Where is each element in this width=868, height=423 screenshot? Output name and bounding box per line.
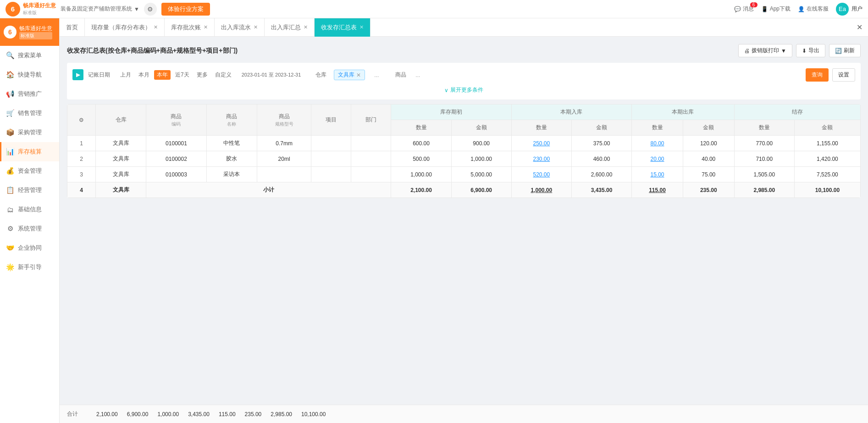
tab-inout-summary[interactable]: 出入库汇总 ✕ bbox=[265, 18, 315, 37]
sidebar-item-label-system: 系统管理 bbox=[18, 225, 42, 233]
settings-button[interactable]: ⚙ bbox=[144, 3, 157, 16]
warehouse-dots[interactable]: ... bbox=[372, 72, 381, 78]
user-area[interactable]: Ea 用户 bbox=[836, 3, 862, 16]
row-out-qty[interactable]: 15.00 bbox=[632, 167, 683, 182]
row-closing-qty: 710.00 bbox=[734, 151, 794, 167]
footer-in-qty: 1,000.00 bbox=[157, 411, 179, 418]
row-in-qty[interactable]: 250.00 bbox=[511, 136, 571, 151]
th-settings[interactable]: ⚙ bbox=[67, 104, 96, 136]
service-icon: 👤 bbox=[798, 6, 805, 12]
sidebar-item-operation[interactable]: 📋 经营管理 bbox=[0, 181, 59, 200]
row-project bbox=[311, 151, 351, 167]
sidebar-item-label-inventory: 库存核算 bbox=[18, 148, 42, 156]
tab-recv-send[interactable]: 收发存汇总表 ✕ bbox=[315, 18, 370, 37]
footer-in-amt: 3,435.00 bbox=[188, 411, 210, 418]
tab-batch-account[interactable]: 库存批次账 ✕ bbox=[165, 18, 215, 37]
finance-icon: 💰 bbox=[6, 167, 14, 175]
sidebar-item-label-purchase: 采购管理 bbox=[18, 128, 42, 137]
th-product-code: 商品编码 bbox=[146, 104, 206, 136]
sidebar-item-marketing[interactable]: 📢 营销推广 bbox=[0, 84, 59, 104]
tab-bar-close[interactable]: ✕ bbox=[851, 23, 868, 32]
sidebar-item-search[interactable]: 🔍 搜索菜单 bbox=[0, 46, 59, 65]
sidebar: 6 畅库通好生意 标准版 🔍 搜索菜单 🏠 快捷导航 📢 营销推广 🛒 销售 bbox=[0, 18, 60, 423]
tab-inout-flow-close[interactable]: ✕ bbox=[254, 24, 258, 30]
app-download-button[interactable]: 📱 App下载 bbox=[761, 5, 791, 13]
tab-batch-account-close[interactable]: ✕ bbox=[204, 24, 208, 30]
sidebar-item-system[interactable]: ⚙ 系统管理 bbox=[0, 219, 59, 238]
th-closing: 结存 bbox=[734, 104, 860, 120]
date-shortcut-7days[interactable]: 近7天 bbox=[172, 70, 192, 80]
sidebar-item-sales[interactable]: 🛒 销售管理 bbox=[0, 104, 59, 123]
print-icon: 🖨 bbox=[744, 48, 750, 54]
product-dots[interactable]: ... bbox=[414, 72, 422, 78]
tab-home-label: 首页 bbox=[66, 23, 78, 32]
subtotal-warehouse: 文具库 bbox=[95, 182, 146, 198]
subtotal-label: 小计 bbox=[146, 182, 391, 198]
tab-inout-flow[interactable]: 出入库流水 ✕ bbox=[215, 18, 265, 37]
warehouse-tag-remove[interactable]: ✕ bbox=[356, 72, 361, 78]
print-button[interactable]: 🖨 拨销版打印 ▼ bbox=[738, 44, 792, 57]
brand-name: 畅库通好生意 bbox=[23, 2, 56, 10]
tab-inout-summary-close[interactable]: ✕ bbox=[304, 24, 308, 30]
row-closing-qty: 770.00 bbox=[734, 136, 794, 151]
home-icon: 🏠 bbox=[6, 71, 14, 79]
sales-icon: 🛒 bbox=[6, 109, 14, 117]
sidebar-item-label-search: 搜索菜单 bbox=[18, 51, 42, 60]
sidebar-item-finance[interactable]: 💰 资金管理 bbox=[0, 161, 59, 181]
date-shortcut-custom[interactable]: 自定义 bbox=[212, 70, 234, 80]
query-button[interactable]: 查询 bbox=[806, 68, 829, 82]
row-num: 1 bbox=[67, 136, 96, 151]
sidebar-item-quick-nav[interactable]: 🏠 快捷导航 bbox=[0, 65, 59, 84]
online-service-button[interactable]: 👤 在线客服 bbox=[798, 5, 829, 13]
th-opening: 库存期初 bbox=[391, 104, 511, 120]
th-period-out: 本期出库 bbox=[632, 104, 735, 120]
row-in-qty[interactable]: 230.00 bbox=[511, 151, 571, 167]
table-settings-icon[interactable]: ⚙ bbox=[79, 117, 84, 123]
sidebar-item-guide[interactable]: 🌟 新手引导 bbox=[0, 258, 59, 277]
th-product-spec: 商品规格型号 bbox=[257, 104, 311, 136]
sidebar-item-basic-info[interactable]: 🗂 基础信息 bbox=[0, 200, 59, 219]
tab-stock-dist[interactable]: 现存量（库存分布表） ✕ bbox=[85, 18, 165, 37]
brand-badge: 标准版 bbox=[23, 10, 56, 16]
row-out-qty[interactable]: 20.00 bbox=[632, 151, 683, 167]
refresh-button[interactable]: 🔄 刷新 bbox=[829, 44, 861, 57]
date-shortcut-this-month[interactable]: 本月 bbox=[136, 70, 152, 80]
basic-info-icon: 🗂 bbox=[6, 205, 14, 214]
tab-stock-dist-close[interactable]: ✕ bbox=[154, 24, 158, 30]
page-settings-button[interactable]: 设置 bbox=[832, 68, 855, 82]
user-label: 用户 bbox=[851, 5, 862, 13]
sidebar-item-label-enterprise: 企业协同 bbox=[18, 244, 42, 252]
row-product-name: 胶水 bbox=[206, 151, 257, 167]
guide-icon: 🌟 bbox=[6, 263, 14, 271]
filter-collapse-btn[interactable]: ▶ bbox=[72, 69, 83, 80]
row-opening-qty: 600.00 bbox=[391, 136, 451, 151]
date-shortcut-last-month[interactable]: 上月 bbox=[117, 70, 134, 80]
subtotal-opening-amt: 6,900.00 bbox=[451, 182, 511, 198]
experience-button[interactable]: 体验行业方案 bbox=[161, 3, 210, 16]
export-button[interactable]: ⬇ 导出 bbox=[796, 44, 825, 57]
top-bar-left: 6 畅库通好生意 标准版 装备及固定资产辅助管理系统 ▼ ⚙ 体验行业方案 bbox=[6, 2, 210, 16]
row-in-qty[interactable]: 520.00 bbox=[511, 167, 571, 182]
tab-home[interactable]: 首页 bbox=[60, 18, 85, 37]
date-shortcut-more[interactable]: 更多 bbox=[194, 70, 210, 80]
expand-more-btn[interactable]: ∨ 展开更多条件 bbox=[444, 86, 483, 94]
sidebar-item-inventory[interactable]: 📊 库存核算 bbox=[0, 142, 59, 161]
row-out-qty[interactable]: 80.00 bbox=[632, 136, 683, 151]
tab-recv-send-close[interactable]: ✕ bbox=[359, 24, 364, 30]
row-in-amt: 2,600.00 bbox=[571, 167, 631, 182]
row-closing-qty: 1,505.00 bbox=[734, 167, 794, 182]
search-icon: 🔍 bbox=[6, 51, 14, 60]
date-shortcut-this-year[interactable]: 本年 bbox=[154, 70, 171, 80]
page-action-buttons: 🖨 拨销版打印 ▼ ⬇ 导出 🔄 刷新 bbox=[738, 44, 861, 57]
th-closing-amt: 金额 bbox=[794, 120, 860, 136]
sidebar-item-purchase[interactable]: 📦 采购管理 bbox=[0, 123, 59, 142]
system-select[interactable]: 装备及固定资产辅助管理系统 ▼ bbox=[61, 5, 139, 13]
sidebar-item-label-basic-info: 基础信息 bbox=[18, 205, 42, 214]
sidebar-item-label-finance: 资金管理 bbox=[18, 167, 42, 175]
sidebar-logo: 6 畅库通好生意 标准版 bbox=[0, 18, 59, 46]
message-button[interactable]: 💬 消息 6 bbox=[734, 5, 754, 13]
footer-closing-amt: 10,100.00 bbox=[301, 411, 326, 418]
sidebar-item-enterprise[interactable]: 🤝 企业协同 bbox=[0, 238, 59, 258]
tab-bar: 首页 现存量（库存分布表） ✕ 库存批次账 ✕ 出入库流水 ✕ 出入库汇总 ✕ bbox=[60, 18, 868, 37]
page-content: 收发存汇总表(按仓库+商品编码+商品+规格型号+项目+部门) 🖨 拨销版打印 ▼… bbox=[60, 37, 868, 405]
